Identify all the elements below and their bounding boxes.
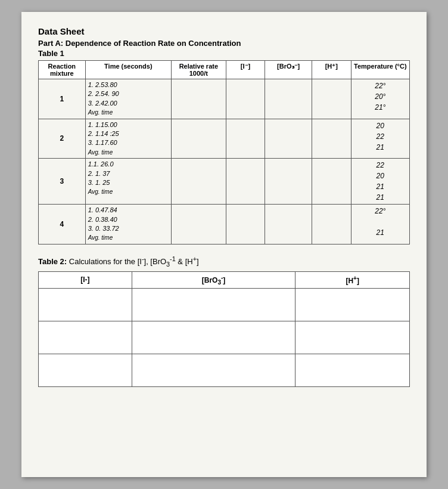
temp-values-2: 202221 [354,120,407,153]
BrO3-2 [265,119,312,159]
relative-rate-2 [171,119,226,159]
table2-col-header-I: [I-] [39,271,132,288]
temp-1: 22°20°21° [351,79,409,119]
time-col-1: 1. 2.53.80 2. 2.54. 90 3. 2.42.00 Avg. t… [85,79,171,119]
time-entries-3: 1.1. 26.0 2. 1. 37 3. 1. 25 Avg. time [88,160,169,197]
BrO3-1 [265,79,312,119]
time-entries-1: 1. 2.53.80 2. 2.54. 90 3. 2.42.00 Avg. t… [88,81,169,117]
time-col-2: 1. 1.15.00 2. 1.14 :25 3. 1.17.60 Avg. t… [85,119,171,159]
temp-4: 22°21 [351,205,409,244]
relative-rate-4 [171,205,226,244]
table2-H-3 [295,354,410,387]
table-row: 2 1. 1.15.00 2. 1.14 :25 3. 1.17.60 Avg.… [39,119,410,159]
col-header-H: [H⁺] [312,61,351,79]
table2-section: Table 2: Calculations for the [I-], [BrO… [38,255,410,387]
col-header-relative-rate: Relative rate 1000/t [171,61,226,79]
table2: [I-] [BrO3-] [H+] [38,271,410,387]
I-3 [226,159,265,205]
time-entries-4: 1. 0.47.84 2. 0.38.40 3. 0. 33.72 Avg. t… [88,206,169,243]
reaction-num-4: 4 [39,205,86,244]
table2-BrO3-3 [132,354,295,387]
table2-label: Table 2: [38,257,67,266]
table2-row-2 [39,321,410,354]
page-title: Data Sheet [38,26,410,36]
time-entries-2: 1. 1.15.00 2. 1.14 :25 3. 1.17.60 Avg. t… [88,120,169,157]
I-1 [226,79,265,119]
H-1 [312,79,351,119]
H-4 [312,205,351,244]
col-header-reaction: Reaction mixture [39,61,86,79]
table-row: 4 1. 0.47.84 2. 0.38.40 3. 0. 33.72 Avg.… [39,205,410,244]
page: Data Sheet Part A: Dependence of Reactio… [21,12,427,477]
table-row: 3 1.1. 26.0 2. 1. 37 3. 1. 25 Avg. time … [39,159,410,205]
H-3 [312,159,351,205]
table2-row-3 [39,354,410,387]
table2-I-2 [39,321,132,354]
reaction-num-3: 3 [39,159,86,205]
table2-col-header-H: [H+] [295,271,410,288]
col-header-temp: Temperature (°C) [351,61,409,79]
temp-values-3: 22202121 [354,160,407,203]
relative-rate-3 [171,159,226,205]
table1: Reaction mixture Time (seconds) Relative… [38,60,410,244]
section-title: Part A: Dependence of Reaction Rate on C… [38,39,410,48]
table2-I-3 [39,354,132,387]
table2-row-1 [39,289,410,321]
temp-values-1: 22°20°21° [354,81,407,113]
time-col-3: 1.1. 26.0 2. 1. 37 3. 1. 25 Avg. time [85,159,171,205]
time-col-4: 1. 0.47.84 2. 0.38.40 3. 0. 33.72 Avg. t… [85,205,171,244]
table2-col-header-BrO3: [BrO3-] [132,271,295,288]
H-2 [312,119,351,159]
col-header-time: Time (seconds) [85,61,171,79]
table2-H-2 [295,321,410,354]
table2-title: Table 2: Calculations for the [I-], [BrO… [38,255,410,268]
table2-BrO3-1 [132,289,295,321]
table2-BrO3-2 [132,321,295,354]
table1-label: Table 1 [38,49,410,58]
table2-H-1 [295,289,410,321]
table-row: 1 1. 2.53.80 2. 2.54. 90 3. 2.42.00 Avg.… [39,79,410,119]
I-4 [226,205,265,244]
BrO3-3 [265,159,312,205]
relative-rate-1 [171,79,226,119]
I-2 [226,119,265,159]
reaction-num-1: 1 [39,79,86,119]
BrO3-4 [265,205,312,244]
temp-2: 202221 [351,119,409,159]
reaction-num-2: 2 [39,119,86,159]
col-header-I: [I⁻] [226,61,265,79]
col-header-BrO3: [BrO₃⁻] [265,61,312,79]
temp-values-4: 22°21 [354,206,407,238]
temp-3: 22202121 [351,159,409,205]
table2-I-1 [39,289,132,321]
